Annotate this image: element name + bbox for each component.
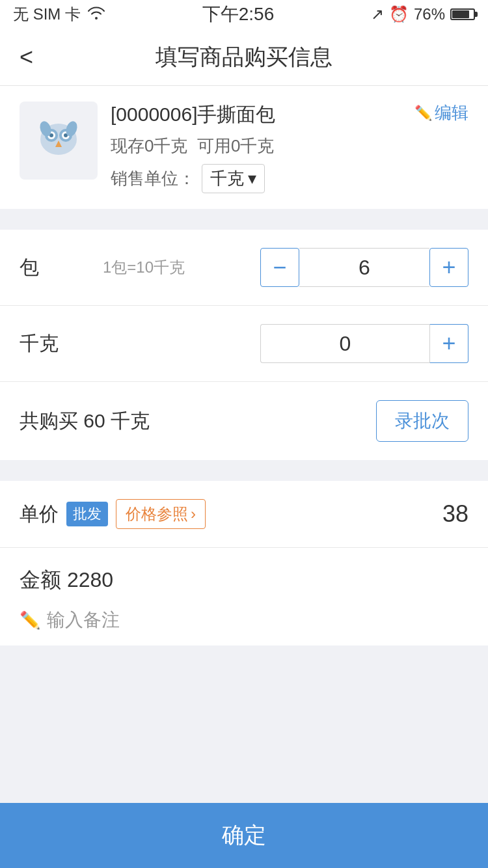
battery-icon [450, 8, 475, 20]
product-unit: 销售单位： 千克 ▾ [111, 164, 468, 193]
qty-decrease-bao[interactable]: − [260, 248, 299, 287]
chevron-down-icon: ▾ [248, 169, 256, 189]
price-left: 单价 批发 价格参照 › [20, 499, 206, 529]
status-right: ↗ ⏰ 76% [371, 5, 475, 23]
product-info: [0000006]手撕面包 ✏️ 编辑 现存0千克 可用0千克 销售单位： 千克… [111, 102, 468, 193]
page-title: 填写商品购买信息 [156, 42, 332, 72]
price-row: 单价 批发 价格参照 › 38 [20, 499, 468, 529]
section-separator-2 [0, 470, 488, 481]
nav-bar: < 填写商品购买信息 [0, 29, 488, 86]
status-bar: 无 SIM 卡 下午2:56 ↗ ⏰ 76% [0, 0, 488, 29]
edit-icon: ✏️ [414, 105, 432, 122]
qty-controls-bao: − 6 + [260, 248, 468, 287]
amount-section: 金额 2280 ✏️ 输入备注 [0, 548, 488, 645]
qty-label-kg: 千克 [20, 331, 98, 357]
price-value: 38 [442, 500, 468, 528]
battery-label: 76% [414, 5, 445, 23]
price-reference-button[interactable]: 价格参照 › [116, 499, 206, 529]
unit-selector[interactable]: 千克 ▾ [202, 164, 265, 193]
remark-row[interactable]: ✏️ 输入备注 [20, 608, 468, 632]
record-batch-button[interactable]: 录批次 [376, 400, 468, 442]
location-icon: ↗ [371, 5, 384, 23]
qty-increase-bao[interactable]: + [429, 248, 468, 287]
quantity-row-bao: 包 1包=10千克 − 6 + [0, 230, 488, 306]
qty-label-bao: 包 [20, 254, 98, 281]
confirm-button[interactable]: 确定 [0, 803, 488, 868]
status-left: 无 SIM 卡 [13, 4, 105, 25]
qty-input-bao[interactable]: 6 [299, 248, 429, 287]
price-type-tag: 批发 [66, 502, 108, 526]
product-card: [0000006]手撕面包 ✏️ 编辑 现存0千克 可用0千克 销售单位： 千克… [0, 86, 488, 209]
price-label: 单价 [20, 501, 59, 528]
section-separator-1 [0, 219, 488, 230]
total-text: 共购买 60 千克 [20, 408, 150, 435]
product-logo [36, 115, 81, 167]
qty-sub-bao: 1包=10千克 [103, 257, 260, 278]
alarm-icon: ⏰ [389, 5, 409, 23]
remark-pencil-icon: ✏️ [20, 610, 40, 631]
chevron-right-icon: › [191, 505, 196, 523]
back-button[interactable]: < [13, 37, 40, 77]
edit-label: 编辑 [435, 102, 468, 124]
total-section: 共购买 60 千克 录批次 [0, 382, 488, 460]
quantity-section: 包 1包=10千克 − 6 + 千克 0 + [0, 230, 488, 382]
status-time: 下午2:56 [202, 2, 275, 27]
no-sim-label: 无 SIM 卡 [13, 4, 81, 25]
wifi-icon [87, 5, 105, 23]
price-section: 单价 批发 价格参照 › 38 [0, 481, 488, 548]
qty-input-kg[interactable]: 0 [260, 324, 429, 363]
product-thumbnail [20, 102, 98, 180]
qty-controls-kg: 0 + [260, 324, 468, 363]
qty-increase-kg[interactable]: + [429, 324, 468, 363]
product-name: [0000006]手撕面包 [111, 102, 275, 128]
product-stock: 现存0千克 可用0千克 [111, 135, 468, 157]
edit-button[interactable]: ✏️ 编辑 [414, 102, 468, 124]
quantity-row-kg: 千克 0 + [0, 306, 488, 382]
remark-placeholder: 输入备注 [47, 608, 120, 632]
amount-row: 金额 2280 [20, 566, 468, 595]
